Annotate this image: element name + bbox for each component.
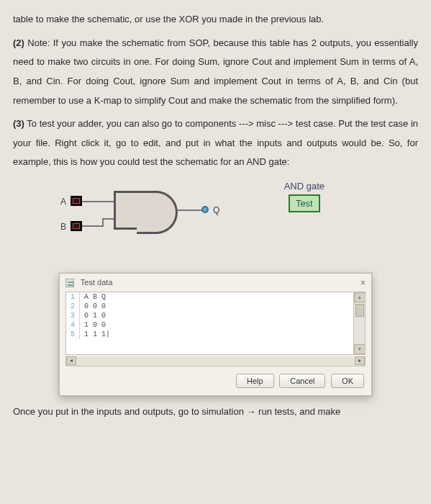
table-row: 1A B Q bbox=[66, 292, 114, 302]
scroll-right-icon[interactable]: ▸ bbox=[355, 356, 365, 365]
help-button[interactable]: Help bbox=[236, 374, 274, 388]
scroll-up-icon[interactable]: ▴ bbox=[354, 292, 366, 302]
scroll-down-icon[interactable]: ▾ bbox=[354, 344, 366, 354]
port-a-label: A bbox=[60, 197, 66, 207]
table-row: 20 0 0 bbox=[66, 302, 114, 311]
paragraph-bottom: Once you put in the inputs and outputs, … bbox=[13, 403, 418, 421]
output-node bbox=[201, 206, 209, 213]
and-gate-body bbox=[114, 191, 158, 230]
dialog-button-row: Help Cancel OK bbox=[60, 366, 371, 395]
item-number-3: (3) bbox=[13, 118, 24, 129]
dialog-title-bar: Test data × bbox=[60, 274, 371, 290]
table-row: 30 1 0 bbox=[66, 311, 114, 320]
paragraph-note-3-body: To test your adder, you can also go to c… bbox=[13, 118, 418, 167]
close-icon[interactable]: × bbox=[360, 278, 366, 288]
paragraph-intro: table to make the schematic, or use the … bbox=[13, 10, 418, 30]
test-data-dialog: Test data × 1A B Q 20 0 0 30 1 0 41 0 0 … bbox=[59, 273, 372, 396]
wire-b-h2 bbox=[102, 218, 114, 220]
test-data-table: 1A B Q 20 0 0 30 1 0 41 0 0 51 1 1| bbox=[66, 292, 114, 339]
cancel-button[interactable]: Cancel bbox=[279, 374, 325, 388]
table-row: 41 0 0 bbox=[66, 320, 114, 330]
test-button[interactable]: Test bbox=[289, 194, 320, 212]
port-a-box bbox=[71, 196, 82, 206]
item-number-2: (2) bbox=[13, 37, 24, 48]
test-data-icon bbox=[65, 279, 74, 287]
horizontal-scrollbar[interactable]: ◂ ▸ bbox=[65, 356, 366, 366]
scroll-left-icon[interactable]: ◂ bbox=[66, 356, 76, 365]
wire-out bbox=[178, 210, 204, 211]
gate-label-text: AND gate bbox=[284, 181, 325, 192]
wire-a bbox=[82, 201, 114, 202]
paragraph-note-3: (3) To test your adder, you can also go … bbox=[13, 114, 418, 172]
paragraph-note-2: (2) Note: If you make the schematic from… bbox=[13, 34, 418, 111]
scroll-thumb[interactable] bbox=[355, 304, 364, 317]
circuit-figure: AND gate Test A B Q bbox=[13, 179, 418, 273]
test-data-grid[interactable]: 1A B Q 20 0 0 30 1 0 41 0 0 51 1 1| ▴ ▾ bbox=[65, 292, 366, 355]
gate-label-block: AND gate Test bbox=[284, 181, 325, 212]
wire-b-h1 bbox=[82, 225, 104, 227]
port-b-label: B bbox=[60, 222, 66, 232]
vertical-scrollbar[interactable]: ▴ ▾ bbox=[353, 292, 365, 354]
ok-button[interactable]: OK bbox=[331, 374, 364, 388]
port-b-box bbox=[71, 221, 82, 231]
paragraph-note-2-body: Note: If you make the schematic from SOP… bbox=[13, 37, 418, 106]
table-row: 51 1 1| bbox=[66, 330, 114, 339]
dialog-title-text: Test data bbox=[81, 278, 113, 287]
port-q-label: Q bbox=[213, 205, 219, 215]
